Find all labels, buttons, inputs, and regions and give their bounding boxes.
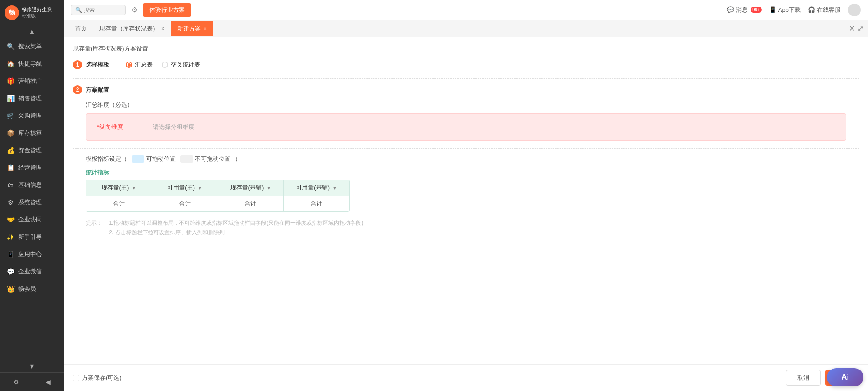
sidebar-item-quick-nav[interactable]: 🏠 快捷导航 <box>0 55 64 72</box>
dim-placeholder: 请选择分组维度 <box>153 123 194 131</box>
header-cell-0[interactable]: 现存量(主) ▼ <box>86 180 152 196</box>
required-mark: *纵向维度 <box>97 123 123 131</box>
template-options: 汇总表 交叉统计表 <box>126 61 200 69</box>
folder-icon: 🗂 <box>6 181 15 189</box>
body-cell-3: 合计 <box>284 196 349 211</box>
sidebar-item-label: 资金管理 <box>18 146 42 154</box>
tip-1-text: 1.拖动标题栏可以调整布局，不可跨维度或指标区域拖动栏目字段(只能在同一维度或指… <box>109 220 363 226</box>
sidebar-nav: 🔍 搜索菜单 🏠 快捷导航 🎁 营销推广 📊 销售管理 🛒 采购管理 📦 库存核… <box>0 38 64 360</box>
tab-home-label: 首页 <box>75 25 87 33</box>
save-option[interactable]: 方案保存(可选) <box>73 374 122 382</box>
tip-2-text: 2. 点击标题栏下拉可设置排序、插入列和删除列 <box>109 229 224 236</box>
customer-service-button[interactable]: 🎧 在线客服 <box>808 6 841 14</box>
tip-2: 2. 点击标题栏下拉可设置排序、插入列和删除列 <box>86 229 846 237</box>
close-tab-button[interactable]: ✕ <box>849 24 855 33</box>
sidebar-item-purchase[interactable]: 🛒 采购管理 <box>0 107 64 124</box>
sidebar-item-marketing[interactable]: 🎁 营销推广 <box>0 72 64 90</box>
sidebar-item-sales[interactable]: 📊 销售管理 <box>0 90 64 107</box>
sidebar-item-search-menu[interactable]: 🔍 搜索菜单 <box>0 38 64 55</box>
app-name: 畅康通好生意 <box>22 6 52 13</box>
sidebar-item-label: 销售管理 <box>18 94 42 103</box>
sidebar-item-guide[interactable]: ✨ 新手引导 <box>0 228 64 246</box>
sidebar-item-system[interactable]: ⚙ 系统管理 <box>0 194 64 211</box>
ai-fab-label: Ai <box>842 373 849 381</box>
sidebar-item-member[interactable]: 👑 畅会员 <box>0 280 64 298</box>
sidebar-item-wechat[interactable]: 💬 企业微信 <box>0 263 64 280</box>
draggable-tag: 可拖动位置 <box>132 155 176 163</box>
topbar-right: 💬 消息 99+ 📱 App下载 🎧 在线客服 <box>727 4 861 16</box>
tabs-actions: ✕ ⤢ <box>849 24 863 33</box>
save-label: 方案保存(可选) <box>82 374 122 382</box>
sidebar-bottom: ⚙ ◀ <box>0 372 64 391</box>
radio-summary[interactable]: 汇总表 <box>126 61 153 69</box>
collapse-button[interactable]: ◀ <box>42 376 54 387</box>
tab-inventory[interactable]: 现存量（库存状况表） × <box>93 21 171 36</box>
header-label-2: 现存量(基辅) <box>230 184 264 192</box>
message-badge: 99+ <box>751 7 762 13</box>
settings-icon[interactable]: ⚙ <box>131 5 138 14</box>
indicator-end: ） <box>235 155 241 163</box>
section1-header: 1 选择模板 汇总表 交叉统计表 <box>73 60 859 69</box>
sidebar-item-inventory[interactable]: 📦 库存核算 <box>0 124 64 142</box>
search-bar[interactable]: 🔍 <box>71 5 126 15</box>
sidebar-item-basic-info[interactable]: 🗂 基础信息 <box>0 176 64 194</box>
search-input[interactable] <box>84 7 120 13</box>
summary-dim-label: 汇总维度（必选） <box>86 101 859 109</box>
page-title: 现存量(库存状况表)方案设置 <box>73 45 859 53</box>
chevron-down-icon-0: ▼ <box>132 185 136 190</box>
radio-cross-label: 交叉统计表 <box>171 61 200 69</box>
settings-button[interactable]: ⚙ <box>10 376 23 387</box>
tab-new-plan[interactable]: 新建方案 × <box>171 21 213 36</box>
sidebar-scroll-up[interactable]: ▲ <box>0 26 64 38</box>
sidebar-item-label: 畅会员 <box>18 285 36 293</box>
chart-icon: 📊 <box>6 94 15 103</box>
message-button[interactable]: 💬 消息 99+ <box>727 6 762 14</box>
customer-service-label: 在线客服 <box>817 6 841 14</box>
sidebar-item-finance[interactable]: 💰 资金管理 <box>0 142 64 159</box>
maximize-tab-button[interactable]: ⤢ <box>858 24 863 33</box>
sidebar-item-cooperation[interactable]: 🤝 企业协同 <box>0 211 64 228</box>
chevron-down-icon-1: ▼ <box>198 185 202 190</box>
tab-new-plan-label: 新建方案 <box>177 25 201 33</box>
sidebar-logo: 畅 畅康通好生意 标准版 <box>0 0 64 26</box>
money-icon: 💰 <box>6 146 15 154</box>
gift-icon: 🎁 <box>6 77 15 85</box>
message-icon: 💬 <box>727 6 734 13</box>
sidebar-item-label: 企业微信 <box>18 268 42 276</box>
tab-home[interactable]: 首页 <box>68 21 93 36</box>
tab-new-plan-close[interactable]: × <box>204 26 207 32</box>
cancel-button[interactable]: 取消 <box>786 370 821 386</box>
section2-num: 2 <box>73 85 82 94</box>
sidebar-item-label: 经营管理 <box>18 164 42 172</box>
user-avatar[interactable] <box>848 4 861 16</box>
radio-cross[interactable]: 交叉统计表 <box>162 61 200 69</box>
dim-separator: —— <box>132 124 144 131</box>
footer: 方案保存(可选) 取消 查询 <box>64 364 868 391</box>
stats-table: 现存量(主) ▼ 可用量(主) ▼ 现存量(基辅) ▼ 可用量(基辅) <box>86 180 350 212</box>
sidebar-item-app-center[interactable]: 📱 应用中心 <box>0 246 64 263</box>
tab-inventory-close[interactable]: × <box>161 26 164 32</box>
handshake-icon: 🤝 <box>6 216 15 224</box>
sidebar-scroll-down[interactable]: ▼ <box>0 360 64 372</box>
search-icon: 🔍 <box>75 7 82 13</box>
draggable-label: 可拖动位置 <box>146 155 176 163</box>
box-icon: 📦 <box>6 129 15 137</box>
section-template: 1 选择模板 汇总表 交叉统计表 <box>73 60 859 69</box>
trial-button[interactable]: 体验行业方案 <box>143 3 191 17</box>
vertical-dim-area[interactable]: *纵向维度 —— 请选择分组维度 <box>86 113 846 141</box>
sidebar-item-label: 企业协同 <box>18 216 42 224</box>
header-cell-3[interactable]: 可用量(基辅) ▼ <box>284 180 349 196</box>
sidebar-item-operations[interactable]: 📋 经营管理 <box>0 159 64 176</box>
sidebar: 畅 畅康通好生意 标准版 ▲ 🔍 搜索菜单 🏠 快捷导航 🎁 营销推广 📊 销售… <box>0 0 64 391</box>
sidebar-item-label: 快捷导航 <box>18 60 42 68</box>
header-label-0: 现存量(主) <box>102 184 129 192</box>
app-download-button[interactable]: 📱 App下载 <box>769 6 801 14</box>
ai-fab-button[interactable]: Ai <box>827 368 863 386</box>
header-cell-1[interactable]: 可用量(主) ▼ <box>152 180 218 196</box>
sidebar-item-label: 基础信息 <box>18 181 42 189</box>
app-version: 标准版 <box>22 13 52 19</box>
app-logo-icon: 畅 <box>5 5 19 20</box>
save-checkbox[interactable] <box>73 375 79 381</box>
header-cell-2[interactable]: 现存量(基辅) ▼ <box>218 180 284 196</box>
divider1 <box>73 78 859 79</box>
